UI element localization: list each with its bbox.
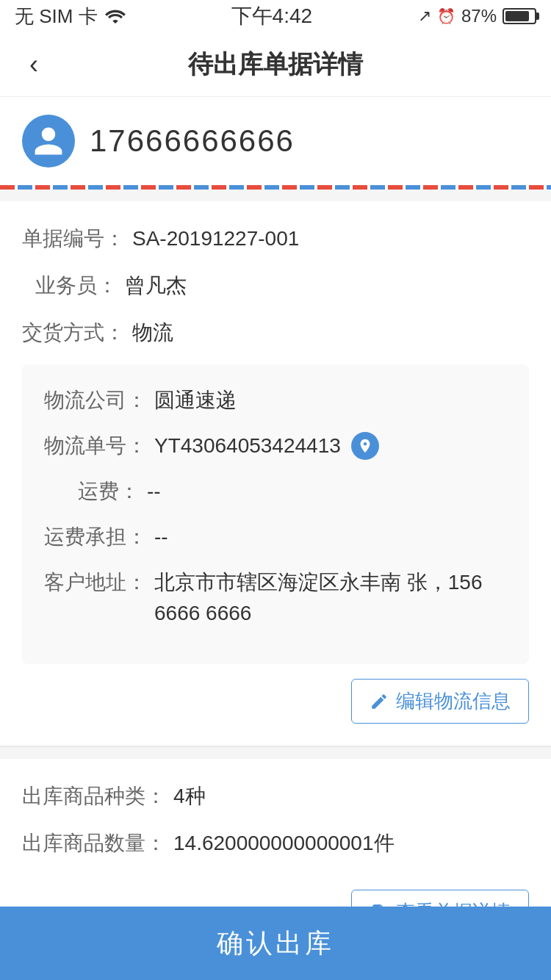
- battery-fill: [505, 11, 529, 21]
- confirm-button[interactable]: 确认出库: [0, 907, 551, 980]
- map-pin-icon: [357, 438, 373, 454]
- tracking-number-label: 物流单号：: [44, 430, 154, 461]
- goods-types-label: 出库商品种类：: [22, 781, 173, 812]
- freight-bearer-row: 运费承担： --: [44, 522, 507, 552]
- document-number-label: 单据编号：: [22, 223, 132, 254]
- goods-types-row: 出库商品种类： 4种: [22, 781, 529, 812]
- logistics-company-label: 物流公司：: [44, 385, 154, 416]
- sales-person-value: 曾凡杰: [125, 270, 529, 301]
- nav-bar: ‹ 待出库单据详情: [0, 32, 551, 97]
- edit-logistics-button-container: 编辑物流信息: [22, 664, 529, 724]
- wifi-icon: [105, 9, 126, 24]
- freight-value: --: [147, 476, 507, 507]
- freight-bearer-value: --: [154, 522, 507, 552]
- user-header: 17666666666: [0, 97, 551, 185]
- user-phone: 17666666666: [90, 123, 295, 159]
- logistics-company-row: 物流公司： 圆通速递: [44, 385, 507, 416]
- freight-bearer-label: 运费承担：: [44, 522, 154, 552]
- edit-logistics-button[interactable]: 编辑物流信息: [351, 679, 529, 724]
- battery-text: 87%: [461, 6, 497, 26]
- battery-icon: [503, 8, 536, 24]
- status-bar-time: 下午4:42: [231, 2, 313, 30]
- section-divider: [0, 746, 551, 747]
- dashed-divider: [0, 185, 551, 190]
- document-number-row: 单据编号： SA-20191227-001: [22, 223, 529, 254]
- address-row: 客户地址： 北京市市辖区海淀区永丰南 张，156 6666 6666: [44, 567, 507, 629]
- address-value: 北京市市辖区海淀区永丰南 张，156 6666 6666: [154, 567, 507, 629]
- logistics-company-value: 圆通速递: [154, 385, 507, 416]
- goods-types-value: 4种: [173, 781, 529, 812]
- tracking-number-value: YT43064053424413: [154, 430, 341, 461]
- tracking-row: YT43064053424413: [154, 430, 379, 461]
- sales-person-label: 业务员：: [22, 270, 125, 301]
- freight-label: 运费：: [44, 476, 147, 507]
- confirm-button-label: 确认出库: [217, 926, 334, 962]
- delivery-method-value: 物流: [132, 317, 529, 348]
- document-number-value: SA-20191227-001: [132, 223, 529, 254]
- location-status-icon: ↗: [418, 7, 431, 26]
- tracking-number-row: 物流单号： YT43064053424413: [44, 430, 507, 461]
- edit-icon: [370, 692, 389, 711]
- goods-quantity-value: 14.620000000000001件: [173, 828, 529, 859]
- page-title: 待出库单据详情: [188, 48, 363, 82]
- basic-info-section: 单据编号： SA-20191227-001 业务员： 曾凡杰 交货方式： 物流 …: [0, 201, 551, 746]
- user-avatar-icon: [32, 124, 65, 158]
- tracking-location-icon[interactable]: [351, 432, 379, 460]
- sales-person-row: 业务员： 曾凡杰: [22, 270, 529, 301]
- status-bar: 无 SIM 卡 下午4:42 ↗ ⏰ 87%: [0, 0, 551, 32]
- goods-quantity-label: 出库商品数量：: [22, 828, 173, 859]
- carrier-text: 无 SIM 卡: [15, 4, 98, 29]
- delivery-method-row: 交货方式： 物流: [22, 317, 529, 348]
- delivery-method-label: 交货方式：: [22, 317, 132, 348]
- freight-row: 运费： --: [44, 476, 507, 507]
- avatar: [22, 115, 75, 167]
- status-bar-right: ↗ ⏰ 87%: [418, 6, 536, 26]
- logistics-card: 物流公司： 圆通速递 物流单号： YT43064053424413 运费： --: [22, 364, 529, 664]
- alarm-icon: ⏰: [437, 7, 455, 25]
- goods-quantity-row: 出库商品数量： 14.620000000000001件: [22, 828, 529, 859]
- back-button[interactable]: ‹: [22, 42, 46, 87]
- edit-logistics-label: 编辑物流信息: [396, 688, 511, 714]
- address-label: 客户地址：: [44, 567, 154, 598]
- status-bar-left: 无 SIM 卡: [15, 4, 126, 29]
